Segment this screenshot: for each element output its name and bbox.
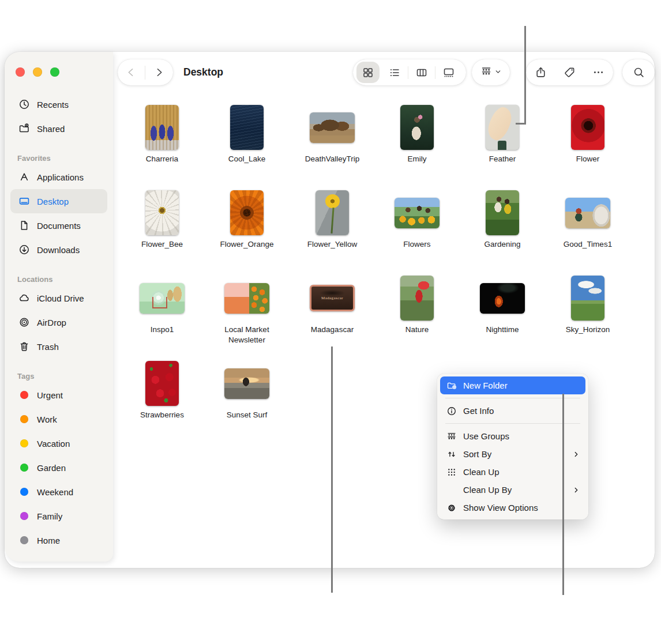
- charreria-thumbnail[interactable]: [145, 105, 179, 150]
- file-name: Flower_Yellow: [307, 239, 358, 250]
- flower-yellow-thumbnail[interactable]: [316, 190, 349, 235]
- sidebar-item-weekend[interactable]: Weekend: [10, 480, 107, 504]
- strawberries-thumbnail[interactable]: [145, 361, 179, 406]
- submenu-chevron-icon: [572, 486, 580, 494]
- menu-item-label: Use Groups: [463, 431, 509, 441]
- gardening-thumbnail[interactable]: [486, 190, 519, 235]
- sidebar-item-vacation[interactable]: Vacation: [10, 431, 107, 455]
- nature-thumbnail[interactable]: [400, 276, 434, 321]
- window-title: Desktop: [183, 59, 223, 85]
- close-button[interactable]: [16, 67, 25, 77]
- submenu-chevron-icon: [572, 450, 580, 458]
- file-item-cool-lake[interactable]: Cool_Lake: [209, 105, 284, 164]
- feather-thumbnail[interactable]: [486, 105, 519, 150]
- sidebar-item-garden[interactable]: Garden: [10, 455, 107, 480]
- tag-color-icon: [17, 536, 31, 544]
- file-name: Strawberries: [140, 410, 184, 420]
- file-item-nature[interactable]: Nature: [380, 276, 455, 335]
- file-item-madagascar[interactable]: MadagascarMadagascar: [295, 276, 370, 335]
- more-button[interactable]: [584, 59, 613, 85]
- nighttime-thumbnail[interactable]: [480, 283, 525, 314]
- icon-view-button[interactable]: [356, 62, 380, 83]
- share-button[interactable]: [526, 59, 555, 85]
- thumbnail-box: [140, 276, 185, 321]
- file-item-feather[interactable]: Feather: [465, 105, 540, 164]
- file-item-deathvalleytrip[interactable]: DeathValleyTrip: [295, 105, 370, 164]
- file-item-sky-horizon[interactable]: Sky_Horizon: [550, 276, 625, 335]
- sidebar-list: RecentsSharedFavoritesApplicationsDeskto…: [5, 92, 113, 552]
- file-item-flowers[interactable]: Flowers: [380, 190, 455, 250]
- inspo-thumbnail[interactable]: [140, 283, 185, 314]
- file-item-flower-yellow[interactable]: Flower_Yellow: [295, 190, 370, 250]
- newsletter-thumbnail[interactable]: [224, 283, 269, 314]
- sidebar-section-title: Favorites: [17, 148, 100, 165]
- group-by-icon: [480, 66, 492, 80]
- column-view-button[interactable]: [408, 59, 435, 85]
- file-item-local-market-newsletter[interactable]: Local Market Newsletter: [209, 276, 284, 345]
- sidebar-item-home[interactable]: Home: [10, 528, 107, 552]
- tag-button[interactable]: [555, 59, 584, 85]
- file-item-flower[interactable]: Flower: [550, 105, 625, 164]
- forward-button[interactable]: [145, 59, 172, 85]
- file-name: Madagascar: [311, 325, 354, 335]
- sidebar-item-recents[interactable]: Recents: [10, 92, 107, 116]
- menu-item-label: New Folder: [463, 381, 508, 390]
- new-folder-icon: [445, 381, 458, 391]
- tag-color-icon: [17, 415, 31, 423]
- sidebar-item-urgent[interactable]: Urgent: [10, 383, 107, 407]
- sidebar-item-work[interactable]: Work: [10, 407, 107, 431]
- thumbnail-box: [400, 105, 434, 150]
- flower-orange-thumbnail[interactable]: [230, 190, 264, 235]
- sunset-surf-thumbnail[interactable]: [224, 368, 269, 399]
- file-name: Local Market Newsletter: [212, 325, 282, 345]
- zoom-button[interactable]: [50, 67, 59, 77]
- file-item-flower-orange[interactable]: Flower_Orange: [209, 190, 284, 250]
- info-icon: [445, 406, 458, 416]
- file-item-nighttime[interactable]: Nighttime: [465, 276, 540, 335]
- minimize-button[interactable]: [33, 67, 42, 77]
- sidebar-item-trash[interactable]: Trash: [10, 334, 107, 359]
- flower-bee-thumbnail[interactable]: [145, 190, 179, 235]
- sidebar-item-desktop[interactable]: Desktop: [10, 189, 107, 213]
- file-name: Flower_Bee: [141, 239, 183, 250]
- file-item-good-times1[interactable]: Good_Times1: [550, 190, 625, 250]
- emily-thumbnail[interactable]: [400, 105, 434, 150]
- file-item-emily[interactable]: Emily: [380, 105, 455, 164]
- file-item-flower-bee[interactable]: Flower_Bee: [125, 190, 200, 250]
- group-by-button[interactable]: [472, 59, 510, 85]
- good-times-thumbnail[interactable]: [565, 198, 610, 228]
- sidebar-item-label: Weekend: [37, 487, 73, 497]
- sidebar-item-label: Desktop: [37, 197, 69, 206]
- view-switcher: [353, 59, 466, 85]
- sidebar-item-shared[interactable]: Shared: [10, 116, 107, 141]
- flower-thumbnail[interactable]: [571, 105, 604, 150]
- sidebar-item-family[interactable]: Family: [10, 504, 107, 528]
- menu-item-label: Sort By: [463, 449, 491, 459]
- airdrop-icon: [17, 317, 31, 328]
- sidebar-item-icloud-drive[interactable]: iCloud Drive: [10, 286, 107, 310]
- back-button[interactable]: [118, 59, 145, 85]
- cool-lake-thumbnail[interactable]: [230, 105, 264, 150]
- flowers-thumbnail[interactable]: [395, 198, 440, 228]
- file-item-gardening[interactable]: Gardening: [465, 190, 540, 250]
- callout-line-madagascar: [331, 347, 333, 593]
- file-item-strawberries[interactable]: Strawberries: [125, 361, 200, 420]
- file-item-inspo1[interactable]: Inspo1: [125, 276, 200, 335]
- callout-line-feather-hook: [516, 123, 526, 125]
- madagascar-thumbnail[interactable]: Madagascar: [310, 285, 355, 311]
- list-view-button[interactable]: [381, 59, 408, 85]
- death-valley-thumbnail[interactable]: [310, 112, 355, 143]
- sidebar-item-label: Home: [37, 536, 60, 545]
- file-item-sunset-surf[interactable]: Sunset Surf: [209, 361, 284, 420]
- thumbnail-box: [571, 276, 604, 321]
- sidebar-item-applications[interactable]: Applications: [10, 165, 107, 189]
- file-name: Flower: [576, 154, 600, 164]
- sidebar-item-documents[interactable]: Documents: [10, 213, 107, 238]
- sky-horizon-thumbnail[interactable]: [571, 276, 604, 321]
- file-item-charreria[interactable]: Charreria: [125, 105, 200, 164]
- sidebar-item-airdrop[interactable]: AirDrop: [10, 310, 107, 334]
- menu-item-new-folder[interactable]: New Folder: [440, 376, 585, 394]
- search-button[interactable]: [622, 59, 655, 85]
- sidebar-item-downloads[interactable]: Downloads: [10, 238, 107, 262]
- gallery-view-button[interactable]: [435, 59, 462, 85]
